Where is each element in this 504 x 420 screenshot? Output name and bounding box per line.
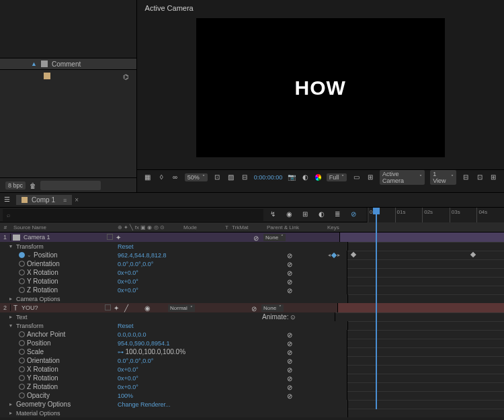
playhead[interactable] — [376, 208, 377, 409]
link-icon[interactable]: ⊘ — [287, 252, 293, 258]
snapshot-icon[interactable]: ⊟ — [240, 173, 248, 182]
tick: 03s — [450, 208, 477, 222]
link-icon[interactable]: ⊘ — [287, 349, 293, 355]
channel-icon[interactable]: ◐ — [302, 173, 310, 182]
link-icon[interactable]: ⊘ — [287, 287, 293, 293]
camera-select[interactable]: Active Camera — [380, 170, 425, 185]
shy-icon[interactable]: ◉ — [286, 210, 296, 220]
link-icon[interactable]: ⊘ — [287, 375, 293, 381]
blend-mode-select[interactable]: Normal — [168, 304, 195, 312]
link-icon[interactable]: ⊘ — [287, 358, 293, 364]
col-parent: Parent & Link — [264, 224, 325, 230]
text-layer-icon: T — [12, 304, 19, 312]
xrot2-value[interactable]: 0x+0.0° — [118, 366, 205, 373]
link-icon[interactable]: ⊘ — [287, 331, 293, 337]
flowchart-icon[interactable]: ⌬ — [123, 73, 130, 79]
scale-value[interactable]: ⊶ 100.0,100.0,100.0% — [118, 348, 205, 355]
zrot2-value[interactable]: 0x+0.0° — [118, 384, 205, 390]
search-input[interactable]: ⌕ — [3, 209, 263, 221]
link-icon[interactable]: ⊘ — [351, 210, 360, 220]
stopwatch-icon[interactable] — [19, 269, 25, 276]
timecode[interactable]: 0:00:00:00 — [254, 174, 283, 181]
stopwatch-icon[interactable] — [19, 331, 25, 337]
link-icon[interactable]: ⊘ — [287, 384, 293, 390]
stopwatch-icon[interactable] — [19, 349, 25, 355]
motion-blur-icon[interactable]: ◐ — [319, 210, 328, 220]
project-column-header[interactable]: ▲ Comment — [0, 58, 136, 70]
orient2-value[interactable]: 0.0°,0.0°,0.0° — [118, 358, 205, 364]
reset-button[interactable]: Reset — [118, 323, 205, 329]
tick: 04s — [476, 208, 504, 222]
zoom-select[interactable]: 50% — [185, 173, 208, 181]
camera-icon[interactable]: 📷 — [288, 173, 296, 182]
roi-icon[interactable]: ⊡ — [213, 173, 221, 182]
layer-text-you[interactable]: 2 T YOU? ✦╱◉ Normal ⊘None — [0, 303, 504, 312]
footer-slider[interactable] — [40, 181, 101, 190]
view-icon[interactable]: ⊞ — [366, 173, 374, 182]
stopwatch-icon[interactable] — [19, 261, 25, 267]
stopwatch-icon[interactable] — [19, 375, 25, 381]
orient-value[interactable]: 0.0°,0.0°,0.0° — [118, 261, 205, 267]
link-icon[interactable]: ⊘ — [287, 278, 293, 284]
viewer-title: Active Camera — [137, 0, 504, 16]
opt1-icon[interactable]: ⊟ — [462, 173, 470, 182]
xrot-value[interactable]: 0x+0.0° — [118, 269, 205, 276]
folder-icon[interactable] — [44, 73, 50, 79]
reset-button[interactable]: Reset — [118, 243, 205, 250]
next-key-icon[interactable]: ▸ — [337, 252, 340, 258]
layer-camera1[interactable]: 1 Camera 1 ✦ ⊘None — [0, 233, 504, 242]
position-value[interactable]: 962.4,544.8,812.8 — [118, 252, 205, 259]
col-mode: Mode — [181, 224, 222, 230]
screen-icon[interactable]: ▭ — [352, 173, 360, 182]
tab-close-icon[interactable]: × — [75, 196, 79, 204]
trash-icon[interactable]: 🗑 — [30, 182, 36, 189]
views-select[interactable]: 1 View — [430, 170, 456, 185]
opacity-value[interactable]: 100% — [118, 392, 205, 399]
link-icon[interactable]: ⊘ — [287, 269, 293, 276]
preview-canvas[interactable]: HOW — [196, 18, 445, 157]
yrot-value[interactable]: 0x+0.0° — [118, 278, 205, 285]
transparency-icon[interactable]: ▨ — [226, 173, 235, 182]
stopwatch-icon[interactable] — [19, 366, 25, 372]
panel-menu-icon[interactable]: ☰ — [4, 196, 13, 205]
parent-select[interactable]: None — [261, 304, 284, 312]
res-select[interactable]: Full — [327, 173, 347, 181]
yrot2-value[interactable]: 0x+0.0° — [118, 375, 205, 382]
opt3-icon[interactable]: ⊞ — [489, 173, 497, 182]
time-ruler[interactable]: 00s 01s 02s 03s 04s — [367, 208, 504, 222]
add-key-icon[interactable] — [331, 252, 337, 257]
opt2-icon[interactable]: ⊡ — [475, 173, 483, 182]
stopwatch-icon[interactable] — [19, 392, 25, 398]
3d-icon[interactable]: ∞ — [171, 173, 179, 182]
stopwatch-icon[interactable] — [19, 252, 25, 258]
tick: 00s — [368, 208, 395, 222]
link-icon[interactable]: ⊘ — [287, 392, 293, 398]
graph-icon[interactable]: ↯ — [270, 210, 280, 220]
stopwatch-icon[interactable] — [19, 340, 25, 346]
bpc-chip[interactable]: 8 bpc — [5, 181, 26, 190]
parent-select[interactable]: None — [263, 234, 286, 241]
pickwhip-icon[interactable]: ⊘ — [253, 235, 259, 241]
layers-icon[interactable]: ≣ — [335, 210, 344, 220]
tab-comp1[interactable]: Comp 1 — [16, 195, 72, 205]
canvas-text: HOW — [295, 77, 346, 99]
zrot-value[interactable]: 0x+0.0° — [118, 287, 205, 294]
stopwatch-icon[interactable] — [19, 358, 25, 364]
frame-blend-icon[interactable]: ⊞ — [302, 210, 312, 220]
stopwatch-icon[interactable] — [19, 278, 25, 284]
color-icon[interactable] — [315, 174, 321, 181]
renderer-link[interactable]: Change Renderer... — [118, 401, 205, 408]
link-icon[interactable]: ⊘ — [287, 261, 293, 267]
anchor-value[interactable]: 0.0,0.0,0.0 — [118, 331, 205, 338]
col-t: T — [222, 224, 229, 230]
link-icon[interactable]: ⊘ — [287, 366, 293, 372]
link-icon[interactable]: ⊘ — [287, 340, 293, 346]
stopwatch-icon[interactable] — [19, 287, 25, 293]
camera-layer-icon — [13, 235, 20, 241]
grid-icon[interactable]: ▦ — [144, 173, 152, 182]
comp-icon — [22, 197, 28, 203]
stopwatch-icon[interactable] — [19, 384, 25, 390]
pos-value[interactable]: 954.0,590.0,8954.1 — [118, 340, 205, 347]
mask-icon[interactable]: ◊ — [157, 173, 165, 182]
pickwhip-icon[interactable]: ⊘ — [251, 305, 257, 311]
